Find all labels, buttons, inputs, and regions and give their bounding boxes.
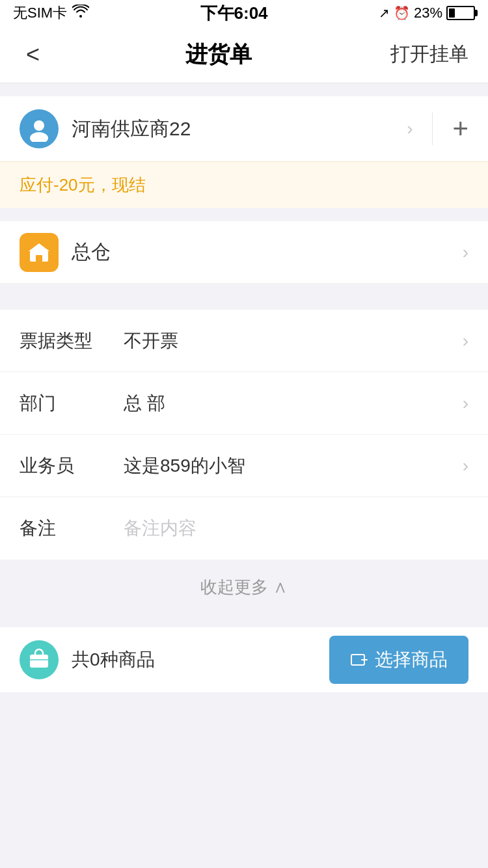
warehouse-icon	[20, 233, 59, 272]
select-product-button[interactable]: 选择商品	[329, 636, 468, 684]
section-gap-3	[0, 284, 488, 297]
wifi-icon	[72, 5, 89, 21]
status-right: ↗ ⏰ 23%	[379, 5, 475, 21]
salesperson-label: 业务员	[20, 454, 111, 478]
warehouse-arrow-icon: ›	[463, 242, 468, 263]
select-product-label: 选择商品	[375, 647, 448, 672]
status-time: 下午6:04	[200, 2, 268, 25]
location-icon: ↗	[379, 5, 390, 21]
remark-value[interactable]: 备注内容	[124, 516, 468, 541]
carrier-label: 无SIM卡	[13, 3, 67, 23]
remark-label: 备注	[20, 516, 111, 541]
salesperson-value: 这是859的小智	[124, 454, 463, 478]
bottom-bar: 共0种商品 选择商品	[0, 627, 488, 692]
status-bar: 无SIM卡 下午6:04 ↗ ⏰ 23%	[0, 0, 488, 26]
svg-marker-3	[29, 243, 49, 251]
collapse-label: 收起更多 ∧	[200, 576, 287, 599]
battery-percent: 23%	[414, 5, 442, 21]
invoice-type-label: 票据类型	[20, 329, 111, 353]
warehouse-label: 总仓	[72, 239, 463, 265]
nav-bar: < 进货单 打开挂单	[0, 26, 488, 83]
svg-point-1	[30, 132, 48, 142]
product-icon	[20, 640, 59, 679]
department-value: 总 部	[124, 391, 463, 416]
product-count-label: 共0种商品	[72, 647, 329, 672]
supplier-avatar	[20, 109, 59, 148]
invoice-type-arrow-icon: ›	[463, 331, 468, 351]
remark-row[interactable]: 备注 备注内容	[0, 497, 488, 560]
department-label: 部门	[20, 391, 111, 416]
back-button[interactable]: <	[20, 34, 46, 75]
alarm-icon: ⏰	[394, 5, 410, 21]
notice-text: 应付-20元，现结	[20, 175, 146, 195]
page-background	[0, 692, 488, 868]
salesperson-arrow-icon: ›	[463, 455, 468, 476]
open-pending-button[interactable]: 打开挂单	[390, 41, 468, 68]
page-title: 进货单	[185, 40, 252, 70]
warehouse-row[interactable]: 总仓 ›	[0, 221, 488, 284]
supplier-arrow-icon: ›	[407, 118, 413, 139]
status-left: 无SIM卡	[13, 3, 89, 23]
supplier-name: 河南供应商22	[72, 116, 407, 142]
invoice-type-row[interactable]: 票据类型 不开票 ›	[0, 310, 488, 372]
svg-rect-4	[36, 255, 42, 262]
supplier-section[interactable]: 河南供应商22 › +	[0, 96, 488, 161]
add-button[interactable]: +	[452, 113, 468, 144]
salesperson-row[interactable]: 业务员 这是859的小智 ›	[0, 435, 488, 497]
supplier-divider	[432, 113, 433, 145]
department-row[interactable]: 部门 总 部 ›	[0, 372, 488, 435]
notice-bar: 应付-20元，现结	[0, 161, 488, 208]
invoice-type-value: 不开票	[124, 329, 463, 353]
section-gap-2	[0, 208, 488, 221]
collapse-bar[interactable]: 收起更多 ∧	[0, 561, 488, 613]
section-gap-4	[0, 613, 488, 626]
battery-icon	[446, 6, 475, 20]
svg-rect-5	[30, 655, 48, 668]
section-gap-1	[0, 83, 488, 96]
department-arrow-icon: ›	[463, 393, 468, 414]
form-section: 票据类型 不开票 › 部门 总 部 › 业务员 这是859的小智 › 备注 备注…	[0, 310, 488, 560]
svg-point-0	[34, 120, 44, 131]
